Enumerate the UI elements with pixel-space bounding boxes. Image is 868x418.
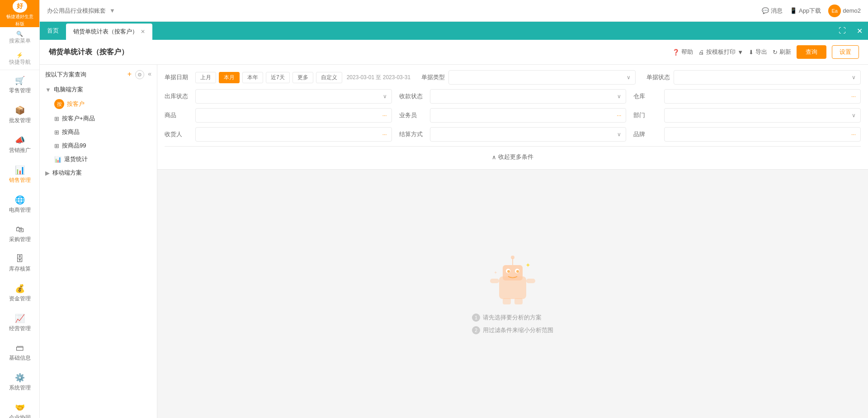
tab-bar: 首页 销货单统计表（按客户） ✕ ⛶ ✕ bbox=[40, 22, 868, 40]
page-actions: ❓ 帮助 🖨 按模板打印 ▼ ⬇ 导出 ↻ 刷新 查询 设置 bbox=[672, 45, 859, 59]
refresh-btn[interactable]: ↻ 刷新 bbox=[773, 48, 791, 56]
sidebar-item-operations[interactable]: 📈 经营管理 bbox=[0, 308, 39, 338]
by-goods-99-icon: ⊞ bbox=[54, 142, 59, 149]
out-status-select[interactable]: ∨ bbox=[195, 89, 392, 104]
svg-point-4 bbox=[507, 270, 510, 273]
by-customer-label: 按客户 bbox=[67, 100, 85, 108]
date-btn-more[interactable]: 更多 bbox=[292, 72, 313, 83]
tree-item-by-goods[interactable]: ⊞ 按商品 bbox=[40, 125, 157, 139]
sidebar-item-basic[interactable]: 🗃 基础信息 bbox=[0, 338, 39, 367]
window-close-btn[interactable]: ✕ bbox=[851, 27, 868, 35]
tab-expand-btn[interactable]: ⛶ bbox=[833, 27, 851, 35]
sidebar-item-sales[interactable]: 📊 销售管理 bbox=[0, 160, 39, 190]
sidebar-item-retail[interactable]: 🛒 零售管理 bbox=[0, 70, 39, 100]
receipt-status-select[interactable]: ∨ bbox=[430, 89, 627, 104]
receiver-dots[interactable]: ··· bbox=[382, 131, 387, 138]
operations-label: 经营管理 bbox=[9, 325, 31, 332]
svg-rect-9 bbox=[514, 298, 523, 304]
sidebar-item-finance[interactable]: 💰 资金管理 bbox=[0, 278, 39, 308]
header-right: 💬 消息 📱 App下载 Ea demo2 bbox=[762, 5, 861, 17]
export-btn[interactable]: ⬇ 导出 bbox=[749, 48, 767, 56]
date-buttons: 上月 本月 本年 近7天 更多 自定义 2023-03-01 至 2023-03… bbox=[195, 72, 410, 83]
panel-icons: + ⚙ « bbox=[127, 70, 151, 79]
payment-chevron: ∨ bbox=[617, 131, 621, 138]
export-icon: ⬇ bbox=[749, 49, 754, 56]
print-btn[interactable]: 🖨 按模板打印 ▼ bbox=[698, 48, 743, 56]
payment-select[interactable]: ∨ bbox=[430, 127, 627, 142]
tree-section-mobile[interactable]: ▶ 移动端方案 bbox=[40, 166, 157, 180]
sidebar-item-purchase[interactable]: 🛍 采购管理 bbox=[0, 219, 39, 249]
edit-scheme-btn[interactable]: ⚙ bbox=[135, 70, 144, 79]
ecommerce-label: 电商管理 bbox=[9, 206, 31, 214]
tree-pc-arrow: ▼ bbox=[45, 86, 51, 93]
order-type-label: 单据类型 bbox=[418, 73, 445, 81]
order-status-select[interactable]: ∨ bbox=[674, 70, 861, 85]
sidebar-item-cooperation[interactable]: 🤝 企业协同 bbox=[0, 397, 39, 418]
print-icon: 🖨 bbox=[698, 49, 704, 56]
brand-dots[interactable]: ··· bbox=[851, 131, 856, 138]
sidebar-item-quicknav[interactable]: ⚡ 快捷导航 bbox=[0, 48, 39, 70]
sidebar-item-search[interactable]: 🔍 搜索菜单 bbox=[0, 27, 39, 48]
date-btn-this-month[interactable]: 本月 bbox=[219, 72, 240, 83]
user-area[interactable]: Ea demo2 bbox=[828, 5, 861, 17]
svg-point-11 bbox=[511, 256, 514, 259]
warehouse-dots[interactable]: ··· bbox=[851, 93, 856, 100]
by-goods-label: 按商品 bbox=[62, 128, 80, 136]
system-label: 系统管理 bbox=[9, 384, 31, 392]
add-scheme-btn[interactable]: + bbox=[127, 70, 132, 79]
tree-item-by-goods-99[interactable]: ⊞ 按商品99 bbox=[40, 139, 157, 152]
date-btn-this-year[interactable]: 本年 bbox=[242, 72, 263, 83]
settings-button[interactable]: 设置 bbox=[832, 45, 859, 59]
tree-mobile-arrow: ▶ bbox=[45, 170, 50, 176]
out-status-chevron: ∨ bbox=[383, 93, 387, 100]
tab-close-btn[interactable]: ✕ bbox=[141, 28, 145, 35]
collapse-filters-btn[interactable]: ∧ 收起更多条件 bbox=[165, 150, 861, 164]
tree-mobile-label: 移动端方案 bbox=[52, 169, 82, 177]
sidebar-item-ecommerce[interactable]: 🌐 电商管理 bbox=[0, 190, 39, 219]
warehouse-label: 仓库 bbox=[633, 92, 660, 100]
brand-select[interactable]: ··· bbox=[664, 127, 861, 142]
customer-goods-label: 按客户+商品 bbox=[62, 114, 95, 123]
message-btn[interactable]: 💬 消息 bbox=[762, 7, 783, 15]
sidebar-item-wholesale[interactable]: 📦 批发管理 bbox=[0, 100, 39, 130]
inventory-icon: 🗄 bbox=[16, 254, 24, 264]
order-status-chevron: ∨ bbox=[852, 74, 856, 81]
page-content: 销货单统计表（按客户） ❓ 帮助 🖨 按模板打印 ▼ ⬇ 导出 ↻ 刷新 bbox=[40, 40, 868, 418]
tree-item-by-customer[interactable]: 按 按客户 bbox=[40, 96, 157, 112]
dropdown-icon[interactable]: ▼ bbox=[109, 7, 115, 14]
sidebar-item-marketing[interactable]: 📣 营销推广 bbox=[0, 130, 39, 160]
sidebar-item-inventory[interactable]: 🗄 库存核算 bbox=[0, 249, 39, 278]
dept-select[interactable]: ∨ bbox=[664, 108, 861, 123]
active-indicator: 按 bbox=[54, 99, 64, 109]
order-type-select[interactable]: ∨ bbox=[448, 70, 636, 85]
quicknav-icon: ⚡ bbox=[16, 52, 23, 58]
operations-icon: 📈 bbox=[15, 314, 25, 323]
step2-num: 2 bbox=[472, 326, 480, 334]
goods-dots[interactable]: ··· bbox=[382, 112, 387, 119]
goods-select[interactable]: ··· bbox=[195, 108, 392, 123]
sidebar-item-system[interactable]: ⚙️ 系统管理 bbox=[0, 367, 39, 397]
return-stat-label: 退货统计 bbox=[64, 155, 88, 163]
staff-dots[interactable]: ··· bbox=[617, 112, 621, 119]
tab-sales-label: 销货单统计表（按客户） bbox=[73, 28, 138, 36]
date-btn-last7[interactable]: 近7天 bbox=[266, 72, 290, 83]
date-btn-last-month[interactable]: 上月 bbox=[195, 72, 216, 83]
query-button[interactable]: 查询 bbox=[797, 45, 826, 59]
app-download-label: App下载 bbox=[799, 7, 821, 15]
print-label: 按模板打印 bbox=[706, 48, 736, 56]
tree-section-pc[interactable]: ▼ 电脑端方案 bbox=[40, 83, 157, 96]
tree-item-customer-goods[interactable]: ⊞ 按客户+商品 bbox=[40, 112, 157, 125]
tab-sales-stat[interactable]: 销货单统计表（按客户） ✕ bbox=[66, 24, 152, 40]
app-download-btn[interactable]: 📱 App下载 bbox=[790, 7, 821, 15]
collapse-panel-btn[interactable]: « bbox=[148, 70, 151, 79]
marketing-label: 营销推广 bbox=[9, 147, 31, 154]
date-btn-custom[interactable]: 自定义 bbox=[316, 72, 342, 83]
dept-label: 部门 bbox=[633, 111, 660, 119]
staff-select[interactable]: ··· bbox=[430, 108, 627, 123]
tab-home[interactable]: 首页 bbox=[40, 22, 66, 40]
help-btn[interactable]: ❓ 帮助 bbox=[672, 48, 693, 56]
help-label: 帮助 bbox=[681, 48, 693, 56]
warehouse-select[interactable]: ··· bbox=[664, 89, 861, 104]
receiver-select[interactable]: ··· bbox=[195, 127, 392, 142]
tree-item-return-stat[interactable]: 📊 退货统计 bbox=[40, 152, 157, 166]
